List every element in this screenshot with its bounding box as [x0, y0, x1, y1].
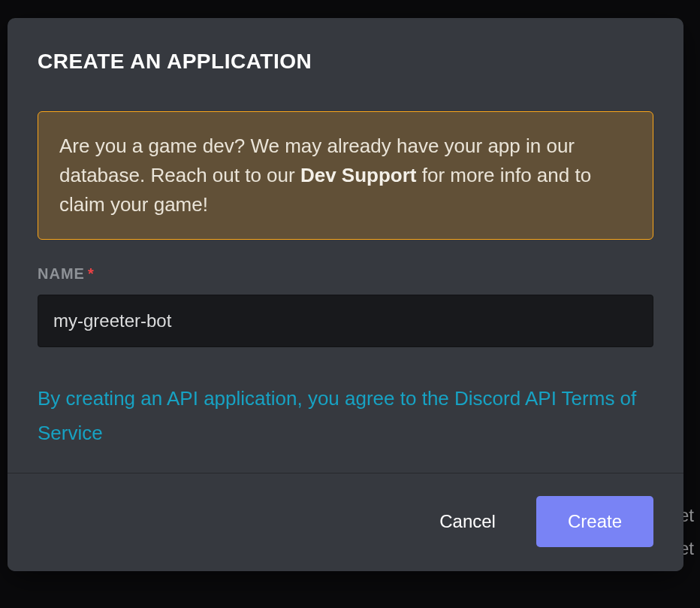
tos-link[interactable]: By creating an API application, you agre…	[38, 387, 636, 444]
notice-text: Are you a game dev? We may already have …	[59, 135, 591, 216]
name-label: NAME*	[38, 265, 653, 283]
dialog-title: CREATE AN APPLICATION	[38, 50, 653, 74]
dialog-body: CREATE AN APPLICATION Are you a game dev…	[8, 18, 683, 473]
dev-support-link[interactable]: Dev Support	[300, 164, 417, 186]
application-name-input[interactable]	[38, 295, 653, 347]
required-indicator: *	[88, 265, 95, 282]
name-label-text: NAME	[38, 265, 85, 282]
game-dev-notice: Are you a game dev? We may already have …	[38, 111, 653, 240]
cancel-button[interactable]: Cancel	[436, 507, 499, 537]
dialog-footer: Cancel Create	[8, 473, 683, 571]
create-application-dialog: CREATE AN APPLICATION Are you a game dev…	[8, 18, 683, 571]
create-button[interactable]: Create	[536, 496, 653, 547]
